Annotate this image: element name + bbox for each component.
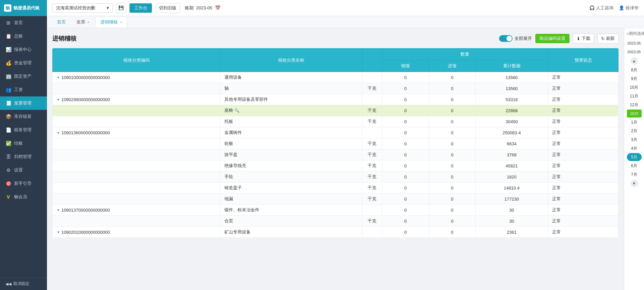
- scroll-up-button[interactable]: ▲: [631, 57, 638, 65]
- sidebar-item-archive[interactable]: 🗄 归档管理: [0, 150, 47, 163]
- expand-icon[interactable]: ▼ 10901360000000000000: [57, 130, 110, 135]
- content-area: 进销稽核 全部展开 商品编码设置 ⬇ 下载 ↻ 刷新: [47, 28, 644, 290]
- table-cell-purchase: 0: [429, 216, 475, 227]
- tab-home[interactable]: 首页: [52, 17, 70, 27]
- panel-close-button[interactable]: ×: [626, 31, 629, 37]
- expand-toggle[interactable]: 全部展开: [499, 35, 532, 42]
- table-cell-total: 53318: [476, 94, 548, 105]
- page-content: 进销稽核 全部展开 商品编码设置 ⬇ 下载 ↻ 刷新: [47, 28, 624, 290]
- sidebar: 畅 畅捷通易代账 ⊞ 首页 📋 总账 📊 报表中心 💰 资金管理 🏢 固定资产 …: [0, 0, 47, 290]
- cancel-fixed-btn[interactable]: ◀◀ 取消固定: [0, 277, 47, 290]
- sidebar-item-assets[interactable]: 🏢 固定资产: [0, 70, 47, 83]
- expand-icon[interactable]: ▼ 10901370000000000000: [57, 208, 110, 213]
- home-icon: ⊞: [5, 20, 11, 25]
- product-code-button[interactable]: 商品编码设置: [535, 34, 570, 43]
- table-cell-sales: 0: [382, 72, 429, 83]
- period-5[interactable]: 5月: [627, 153, 642, 161]
- sidebar-item-label: 新手引导: [14, 180, 32, 187]
- table-row: [53, 138, 220, 149]
- sidebar-item-ledger[interactable]: 📋 总账: [0, 29, 47, 43]
- expand-switch[interactable]: [499, 35, 513, 42]
- table-row: ▼ 10902010000000000000: [53, 227, 220, 238]
- sidebar-item-payroll[interactable]: 👥 工资: [0, 83, 47, 96]
- period-3[interactable]: 3月: [627, 136, 642, 144]
- period-12[interactable]: 12月: [627, 101, 642, 109]
- period-2023-05-a[interactable]: 2023.05: [627, 39, 642, 47]
- period-2023-05-b[interactable]: 2023.05: [627, 48, 642, 56]
- table-cell-sales: 0: [382, 149, 429, 160]
- switch-version-button[interactable]: 切到旧版: [155, 3, 180, 13]
- download-button[interactable]: ⬇ 下载: [573, 33, 594, 44]
- topbar: 沈海英测试经营勿删 ▾ 💾 工作台 切到旧版 账期 2023-05 📅 🎧 人工…: [47, 0, 644, 16]
- header-unit: [362, 49, 382, 72]
- table-cell-purchase: 0: [429, 127, 475, 138]
- year-2023[interactable]: 2023: [627, 110, 642, 118]
- table-row: [53, 171, 220, 183]
- assets-icon: 🏢: [5, 74, 11, 79]
- table-cell-status: 正常: [548, 149, 619, 160]
- sidebar-item-reports[interactable]: 📊 报表中心: [0, 43, 47, 56]
- table-cell-purchase: 0: [429, 227, 475, 238]
- table-cell-unit: 千克: [362, 216, 382, 227]
- save-button[interactable]: 💾: [116, 3, 126, 13]
- table-cell-name: 通用设备: [220, 72, 362, 83]
- sidebar-item-invoices[interactable]: 🧾 发票管理: [0, 96, 47, 110]
- sidebar-item-settings[interactable]: ⚙ 设置: [0, 163, 47, 177]
- expand-icon[interactable]: ▼ 10902010000000000000: [57, 230, 110, 235]
- sidebar-item-inventory[interactable]: 📦 库存核算: [0, 110, 47, 123]
- sidebar-item-vip[interactable]: V 畅会员: [0, 190, 47, 204]
- user-menu[interactable]: 👤 徐泽华: [619, 5, 639, 11]
- company-selector[interactable]: 沈海英测试经营勿删 ▾: [52, 3, 113, 13]
- period-9[interactable]: 9月: [627, 75, 642, 83]
- table-cell-status: 正常: [548, 216, 619, 227]
- period-11[interactable]: 11月: [627, 92, 642, 100]
- table-cell-unit: [362, 72, 382, 83]
- scroll-down-button[interactable]: ▼: [631, 180, 638, 187]
- table-cell-purchase: 0: [429, 194, 475, 205]
- period-1[interactable]: 1月: [627, 118, 642, 126]
- tab-invoices[interactable]: 发票 ×: [72, 17, 94, 27]
- period-10[interactable]: 10月: [627, 83, 642, 91]
- period-8[interactable]: 8月: [627, 66, 642, 74]
- table-cell-name: 合页: [220, 216, 362, 227]
- period-2[interactable]: 2月: [627, 127, 642, 135]
- payroll-icon: 👥: [5, 87, 11, 92]
- calendar-icon[interactable]: 📅: [215, 5, 220, 10]
- search-icon[interactable]: 🔍: [234, 108, 239, 113]
- table-row: [53, 216, 220, 227]
- sidebar-item-home[interactable]: ⊞ 首页: [0, 16, 47, 29]
- reports-icon: 📊: [5, 47, 11, 52]
- expand-icon[interactable]: ▼ 10901000000000000000: [57, 75, 110, 80]
- refresh-button[interactable]: ↻ 刷新: [597, 33, 619, 44]
- table-cell-purchase: 0: [429, 94, 475, 105]
- workbench-button[interactable]: 工作台: [129, 3, 152, 13]
- tab-reconcile-close[interactable]: ×: [120, 20, 122, 24]
- settlement-icon: ✅: [5, 141, 11, 146]
- table-cell-status: 正常: [548, 171, 619, 183]
- funds-icon: 💰: [5, 60, 11, 66]
- sidebar-item-label: 报表中心: [14, 47, 32, 53]
- sidebar-item-label: 归档管理: [14, 154, 32, 160]
- sidebar-item-settlement[interactable]: ✅ 结账: [0, 137, 47, 150]
- sidebar-item-tax[interactable]: 📄 税务管理: [0, 123, 47, 137]
- table-cell-sales: 0: [382, 83, 429, 94]
- table-cell-purchase: 0: [429, 171, 475, 183]
- tab-reconcile[interactable]: 进销稽核 ×: [95, 17, 127, 27]
- table-cell-name: 手轮: [220, 171, 362, 183]
- tab-invoices-close[interactable]: ×: [87, 20, 89, 24]
- period-4[interactable]: 4月: [627, 144, 642, 152]
- expand-icon[interactable]: ▼ 10902990000000000000: [57, 97, 110, 102]
- period-6[interactable]: 6月: [627, 162, 642, 170]
- headset-icon: 🎧: [589, 5, 595, 10]
- table-cell-name: 矿山专用设备: [220, 227, 362, 238]
- table-cell-total: 13560: [476, 72, 548, 83]
- sidebar-item-funds[interactable]: 💰 资金管理: [0, 56, 47, 70]
- table-cell-status: 正常: [548, 205, 619, 216]
- guide-icon: 🎯: [5, 181, 11, 186]
- table-cell-purchase: 0: [429, 116, 475, 127]
- sidebar-item-guide[interactable]: 🎯 新手引导: [0, 177, 47, 190]
- table-cell-sales: 0: [382, 205, 429, 216]
- period-7[interactable]: 7月: [627, 170, 642, 178]
- service-button[interactable]: 🎧 人工咨询: [589, 5, 613, 11]
- tab-home-label: 首页: [57, 19, 66, 25]
